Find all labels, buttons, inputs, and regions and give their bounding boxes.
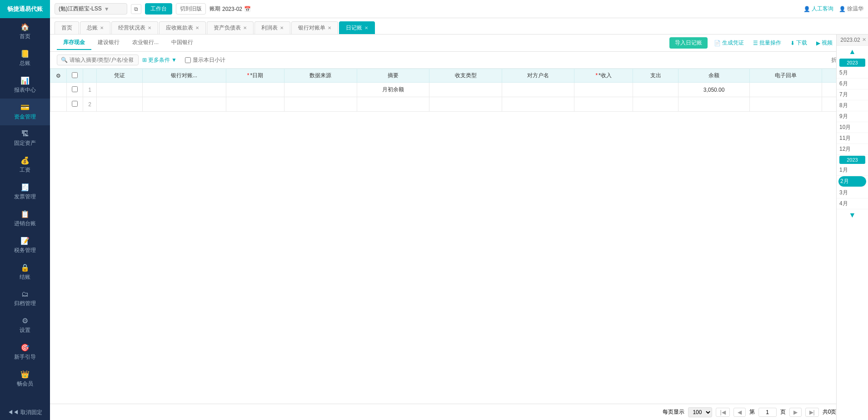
date-month-2-active[interactable]: 2月 xyxy=(838,176,866,187)
date-month-1[interactable]: 1月 xyxy=(837,165,868,176)
sub-tab-agricultural-bank[interactable]: 农业银行... xyxy=(126,36,165,50)
td-settings-1 xyxy=(50,83,67,97)
sub-tab-china-bank[interactable]: 中国银行 xyxy=(165,36,200,50)
tab-ledger-close[interactable]: ✕ xyxy=(100,25,104,30)
copy-company-button[interactable]: ⧉ xyxy=(131,4,141,14)
tab-assets-liabilities[interactable]: 资产负债表 ✕ xyxy=(207,21,254,34)
date-month-7[interactable]: 7月 xyxy=(837,89,868,100)
sidebar-item-invoices[interactable]: 🧾 发票管理 xyxy=(0,178,50,205)
sidebar-item-tax[interactable]: 📝 税务管理 xyxy=(0,232,50,259)
sidebar-item-reports[interactable]: 📊 报表中心 xyxy=(0,72,50,99)
tab-receivable-close[interactable]: ✕ xyxy=(195,25,199,30)
tab-ledger[interactable]: 总账 ✕ xyxy=(80,21,110,34)
tax-icon: 📝 xyxy=(20,237,30,245)
show-daily-checkbox-input[interactable] xyxy=(185,57,191,63)
import-journal-button[interactable]: 导入日记账 xyxy=(669,37,708,49)
video-button[interactable]: ▶ 视频 xyxy=(813,38,835,48)
date-month-8[interactable]: 8月 xyxy=(837,100,868,111)
per-page-select[interactable]: 100 50 200 xyxy=(688,407,712,417)
page-input[interactable] xyxy=(758,408,777,417)
date-nav-down: ▼ xyxy=(837,209,868,221)
old-version-button[interactable]: 切到旧版 xyxy=(176,3,206,15)
sidebar-item-ledger[interactable]: 📒 总账 xyxy=(0,45,50,72)
search-input[interactable] xyxy=(70,57,133,63)
tab-bank-statement-close[interactable]: ✕ xyxy=(328,25,331,30)
user-menu[interactable]: 👤 徐温华 xyxy=(839,5,863,13)
tab-bank-statement[interactable]: 银行对账单 ✕ xyxy=(291,21,338,34)
tab-business-status-close[interactable]: ✕ xyxy=(148,25,151,30)
tab-journal-close[interactable]: ✕ xyxy=(364,25,368,30)
select-all-checkbox[interactable] xyxy=(72,72,78,78)
sidebar-item-payroll[interactable]: 💰 工资 xyxy=(0,152,50,178)
sidebar-item-sales-ledger[interactable]: 📋 进销台账 xyxy=(0,205,50,232)
date-month-6[interactable]: 6月 xyxy=(837,79,868,89)
show-daily-subtotal-checkbox[interactable]: 显示本日小计 xyxy=(185,56,225,64)
date-month-9[interactable]: 9月 xyxy=(837,111,868,122)
sidebar-item-guide[interactable]: 🎯 新手引导 xyxy=(0,339,50,366)
service-button[interactable]: 👤 人工客询 xyxy=(803,5,833,13)
td-e-receipt-1 xyxy=(749,83,822,97)
sidebar-label-ledger: 总账 xyxy=(20,59,30,67)
download-icon: ⬇ xyxy=(790,40,795,46)
tab-journal[interactable]: 日记账 ✕ xyxy=(339,21,375,34)
reports-icon: 📊 xyxy=(20,76,30,85)
sidebar-item-funds[interactable]: 💳 资金管理 xyxy=(0,99,50,125)
sub-tab-cash[interactable]: 库存现金 xyxy=(57,36,91,50)
date-month-11[interactable]: 11月 xyxy=(837,133,868,144)
date-month-10[interactable]: 10月 xyxy=(837,122,868,133)
row2-checkbox[interactable] xyxy=(72,101,78,107)
sidebar-item-settings[interactable]: ⚙ 设置 xyxy=(0,312,50,339)
tab-journal-label: 日记账 xyxy=(346,24,362,32)
td-checkbox-1[interactable] xyxy=(67,83,83,97)
workbench-button[interactable]: 工作台 xyxy=(145,3,172,15)
td-bank-match-1 xyxy=(142,83,226,97)
date-month-3[interactable]: 3月 xyxy=(837,188,868,198)
date-nav-up-button[interactable]: ▲ xyxy=(849,48,856,56)
search-input-wrapper[interactable]: 🔍 xyxy=(57,54,139,65)
tab-profit[interactable]: 利润表 ✕ xyxy=(254,21,290,34)
td-checkbox-2[interactable] xyxy=(67,97,83,112)
batch-operation-button[interactable]: ☰ 批量操作 xyxy=(750,38,784,48)
date-month-5[interactable]: 5月 xyxy=(837,68,868,79)
sidebar-item-close[interactable]: 🔒 结账 xyxy=(0,259,50,286)
sidebar-item-home[interactable]: 🏠 首页 xyxy=(0,18,50,45)
next-page-button[interactable]: ▶ xyxy=(789,408,802,417)
sidebar-item-archive[interactable]: 🗂 归档管理 xyxy=(0,286,50,312)
download-label: 下载 xyxy=(796,39,807,47)
td-data-source-2 xyxy=(284,97,357,112)
row1-checkbox[interactable] xyxy=(72,86,78,92)
page-label: 第 xyxy=(749,408,755,416)
tab-assets-liabilities-close[interactable]: ✕ xyxy=(243,25,247,30)
sub-tab-construction-bank[interactable]: 建设银行 xyxy=(91,36,126,50)
tab-profit-close[interactable]: ✕ xyxy=(280,25,284,30)
sidebar-label-tax: 税务管理 xyxy=(14,247,36,254)
td-summary-2 xyxy=(357,97,429,112)
td-income-1 xyxy=(574,83,633,97)
sidebar-label-sales-ledger: 进销台账 xyxy=(14,220,36,227)
more-conditions-button[interactable]: ⊞ 更多条件 ▼ xyxy=(142,56,177,64)
date-panel-close-button[interactable]: ✕ xyxy=(862,37,866,43)
first-page-button[interactable]: |◀ xyxy=(716,408,729,417)
pin-toggle[interactable]: ◀◀ 取消固定 xyxy=(0,405,50,420)
tab-receivable[interactable]: 应收账款表 ✕ xyxy=(159,21,206,34)
sidebar-item-fixed-assets[interactable]: 🏗 固定资产 xyxy=(0,125,50,152)
tab-home[interactable]: 首页 xyxy=(55,21,79,34)
last-page-button[interactable]: ▶| xyxy=(805,408,819,417)
prev-page-button[interactable]: ◀ xyxy=(733,408,746,417)
date-month-12[interactable]: 12月 xyxy=(837,144,868,155)
tab-business-status[interactable]: 经营状况表 ✕ xyxy=(111,21,158,34)
generate-voucher-button[interactable]: 📄 生成凭证 xyxy=(711,38,747,48)
date-nav-down-button[interactable]: ▼ xyxy=(849,211,856,219)
sidebar-label-archive: 归档管理 xyxy=(14,300,36,307)
table-row: 2 xyxy=(50,97,868,112)
company-selector[interactable]: (勉)江西赔宝-LSS ▼ xyxy=(55,3,127,15)
tab-business-status-label: 经营状况表 xyxy=(118,24,145,32)
tab-bar: 首页 总账 ✕ 经营状况表 ✕ 应收账款表 ✕ 资产负债表 ✕ 利润表 ✕ 银行… xyxy=(50,18,868,35)
year-2023-second-badge: 2023 xyxy=(839,156,865,164)
th-settings[interactable]: ⚙ xyxy=(50,69,67,83)
download-button[interactable]: ⬇ 下载 xyxy=(788,38,810,48)
sidebar-item-vip[interactable]: 👑 畅会员 xyxy=(0,366,50,392)
date-month-4[interactable]: 4月 xyxy=(837,198,868,209)
period-calendar-icon[interactable]: 📅 xyxy=(244,6,251,12)
th-checkbox[interactable] xyxy=(67,69,83,83)
